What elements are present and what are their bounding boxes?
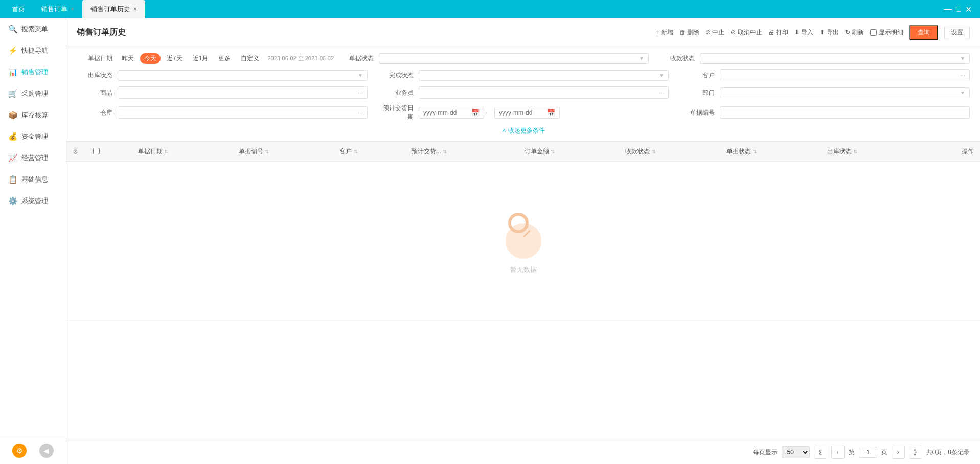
sidebar-item-quick-nav[interactable]: ⚡ 快捷导航 [0,40,66,61]
cancel-stop-button[interactable]: ⊘ 取消中止 [731,28,762,37]
sidebar-item-inventory[interactable]: 📦 库存核算 [0,104,66,126]
customer-dots: ··· [960,72,965,79]
salesperson-input[interactable]: ··· [419,86,669,99]
stop-button[interactable]: ⊘ 中止 [705,28,724,37]
close-window-icon[interactable]: ✕ [965,5,972,14]
sidebar-item-system-mgmt[interactable]: ⚙️ 系统管理 [0,190,66,212]
th-amount[interactable]: 订单金额 ⇅ [518,142,619,162]
sort-order-status-icon: ⇅ [753,149,757,154]
department-label: 部门 [679,89,720,97]
first-page-btn[interactable]: ⟪ [814,446,827,459]
search-menu-icon: 🔍 [8,25,17,34]
delete-button[interactable]: 🗑 删除 [679,28,699,37]
sidebar-item-purchase-mgmt[interactable]: 🛒 采购管理 [0,83,66,104]
date-btn-group: 昨天 今天 近7天 近1月 更多 自定义 2023-06-02 至 2023-0… [118,53,334,64]
close-tab-sales-order[interactable]: × [71,6,74,13]
th-delivery[interactable]: 预计交货... ⇅ [405,142,518,162]
minimize-icon[interactable]: — [944,5,952,14]
import-button[interactable]: ⬇ 导入 [794,28,813,37]
sidebar-item-search-menu[interactable]: 🔍 搜索菜单 [0,18,66,40]
order-status-label: 单据状态 [338,54,379,63]
query-button[interactable]: 查询 [909,25,938,40]
sort-receipt-icon: ⇅ [652,149,656,154]
th-customer[interactable]: 客户 ⇅ [333,142,405,162]
new-button[interactable]: + 新增 [655,28,673,37]
receipt-status-arrow: ▼ [960,56,965,61]
th-outbound-status[interactable]: 出库状态 ⇅ [821,142,922,162]
last-page-btn[interactable]: ⟫ [909,446,922,459]
tab-home[interactable]: 首页 [4,0,33,18]
sidebar-item-basic-info[interactable]: 📋 基础信息 [0,169,66,190]
product-input[interactable]: ··· [118,86,368,99]
complete-arrow: ▼ [659,73,664,78]
delivery-date-end[interactable]: 📅 [494,107,560,119]
refresh-button[interactable]: ↻ 刷新 [845,28,864,37]
empty-illustration [498,208,549,259]
th-checkbox [87,142,132,162]
th-date[interactable]: 单据日期 ⇅ [132,142,233,162]
close-tab-sales-order-history[interactable]: × [133,6,137,13]
warehouse-label: 仓库 [77,108,118,117]
tab-sales-order[interactable]: 销售订单 × [33,0,82,18]
next-page-btn[interactable]: › [892,446,905,459]
department-select[interactable]: ▼ [720,87,970,98]
show-detail-input[interactable] [870,29,877,36]
page-number-input[interactable] [859,447,877,458]
date-btn-today[interactable]: 今天 [140,53,161,64]
date-btn-custom[interactable]: 自定义 [237,53,263,64]
tab-sales-order-history[interactable]: 销售订单历史 × [82,0,145,18]
sidebar-collapse-icon[interactable]: ◀ [39,444,54,458]
date-btn-yesterday[interactable]: 昨天 [118,53,138,64]
main-layout: 🔍 搜索菜单 ⚡ 快捷导航 📊 销售管理 🛒 采购管理 📦 库存核算 💰 资金管… [0,18,980,464]
empty-text: 暂无数据 [510,265,537,274]
th-actions: 操作 [922,142,980,162]
th-number[interactable]: 单据编号 ⇅ [233,142,333,162]
show-detail-checkbox[interactable]: 显示明细 [870,28,903,37]
maximize-icon[interactable]: □ [956,5,961,14]
outbound-status-select[interactable]: ▼ [118,70,368,81]
total-info: 共0页，0条记录 [926,448,970,457]
th-receipt-status[interactable]: 收款状态 ⇅ [619,142,720,162]
page-label: 页 [881,448,887,457]
date-btn-more[interactable]: 更多 [214,53,235,64]
salesperson-label: 业务员 [378,89,419,97]
per-page-label: 每页显示 [753,448,778,457]
sidebar-item-operations[interactable]: 📈 经营管理 [0,147,66,169]
order-number-label: 单据编号 [679,108,720,117]
delivery-date-start[interactable]: 📅 [419,107,484,119]
calendar-start-icon: 📅 [471,109,480,117]
order-number-input[interactable] [720,106,970,119]
sidebar-item-sales-mgmt[interactable]: 📊 销售管理 [0,61,66,83]
receipt-status-label: 收款状态 [659,54,700,63]
table-settings-icon[interactable]: ⚙ [73,148,78,156]
sidebar-item-finance[interactable]: 💰 资金管理 [0,126,66,147]
page-title: 销售订单历史 [77,27,126,44]
filter-row-date: 单据日期 昨天 今天 近7天 近1月 更多 自定义 2023-06-02 至 2… [77,53,970,64]
th-order-status[interactable]: 单据状态 ⇅ [720,142,821,162]
sort-outbound-icon: ⇅ [853,149,857,154]
sidebar-settings-icon[interactable]: ⚙ [12,444,27,458]
date-btn-7days[interactable]: 近7天 [163,53,187,64]
select-all-checkbox[interactable] [93,148,100,154]
customer-input[interactable]: ··· [720,69,970,81]
settings-button[interactable]: 设置 [944,26,970,39]
warehouse-input[interactable]: ··· [118,106,368,119]
table-header-row: ⚙ 单据日期 ⇅ 单据编号 ⇅ [66,142,980,162]
export-button[interactable]: ⬆ 导出 [819,28,838,37]
filter-row-product: 商品 ··· 业务员 ··· 部门 [77,86,970,99]
complete-status-select[interactable]: ▼ [419,70,669,81]
collapse-filter-btn[interactable]: ∧ 收起更多条件 [77,126,970,135]
delivery-date-start-input[interactable] [423,109,469,116]
print-button[interactable]: 🖨 打印 [768,28,788,37]
prev-page-btn[interactable]: ‹ [831,446,845,459]
per-page-select[interactable]: 10 20 50 100 [782,446,810,458]
receipt-status-select[interactable]: ▼ [700,53,970,64]
order-status-filter: 单据状态 ▼ [338,53,649,64]
date-btn-1month[interactable]: 近1月 [189,53,213,64]
filter-area: 单据日期 昨天 今天 近7天 近1月 更多 自定义 2023-06-02 至 2… [66,47,980,142]
date-range-display: 2023-06-02 至 2023-06-02 [267,55,334,62]
delivery-date-end-input[interactable] [499,109,545,116]
order-status-select[interactable]: ▼ [379,53,649,64]
outbound-arrow: ▼ [358,73,363,78]
sales-mgmt-icon: 📊 [8,68,17,77]
